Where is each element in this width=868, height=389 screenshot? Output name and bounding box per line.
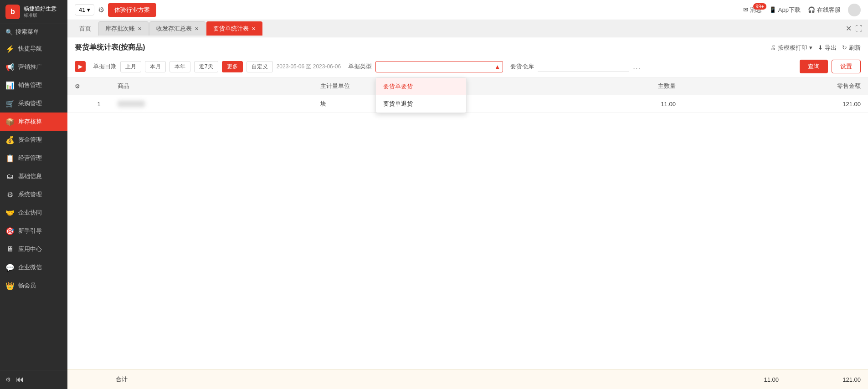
action-buttons: 查询 设置 <box>800 60 861 73</box>
type-filter-group: 单据类型 ▲ 要货单要货 要货单退货 <box>348 61 503 72</box>
sidebar-item-system[interactable]: ⚙ 系统管理 <box>0 185 67 204</box>
app-download-label: App下载 <box>778 6 801 14</box>
tab-close-receipt-summary[interactable]: ✕ <box>195 26 199 32</box>
basic-icon: 🗂 <box>5 172 15 181</box>
sidebar-item-beginner[interactable]: 🎯 新手引导 <box>0 222 67 240</box>
print-chevron-icon: ▾ <box>809 44 812 51</box>
membership-icon: 👑 <box>5 281 15 290</box>
summary-amount: 121.00 <box>815 376 861 383</box>
date-filter-label: 单据日期 <box>93 62 117 71</box>
column-quantity: 主数量 <box>527 77 683 95</box>
sidebar-bottom: ⚙ ⏮ <box>0 370 67 389</box>
sidebar-nav: ⚡ 快捷导航 📢 营销推广 📊 销售管理 🛒 采购管理 📦 库存核算 💰 资金管… <box>0 40 67 370</box>
marketing-icon: 📢 <box>5 62 15 72</box>
more-date-button[interactable]: 更多 <box>222 61 243 72</box>
settings-icon[interactable]: ⚙ <box>5 376 11 383</box>
sidebar-item-finance[interactable]: 💰 资金管理 <box>0 131 67 149</box>
sidebar-item-membership[interactable]: 👑 畅会员 <box>0 276 67 295</box>
dropdown-item-order-goods[interactable]: 要货单要货 <box>376 78 466 95</box>
page-header: 要货单统计表(按商品) 🖨 按模板打印 ▾ ⬇ 导出 ↻ 刷新 <box>67 37 868 56</box>
message-badge: 99+ <box>753 3 766 10</box>
export-button[interactable]: ⬇ 导出 <box>818 44 837 52</box>
refresh-button[interactable]: ↻ 刷新 <box>842 44 861 52</box>
custom-date-button[interactable]: 自定义 <box>247 61 273 72</box>
app-subtitle: 标准版 <box>24 12 56 18</box>
app-title: 畅捷通好生意 <box>24 5 56 13</box>
settings-button[interactable]: 设置 <box>832 60 861 73</box>
sidebar-item-inventory[interactable]: 📦 库存核算 <box>0 113 67 131</box>
company-select[interactable]: 41 ▾ <box>75 4 94 15</box>
close-all-icon[interactable]: ✕ <box>846 24 852 33</box>
chevron-down-icon: ▾ <box>87 6 90 13</box>
tab-order-stats[interactable]: 要货单统计表 ✕ <box>206 21 262 36</box>
sidebar-item-basic[interactable]: 🗂 基础信息 <box>0 167 67 185</box>
goods-blurred <box>118 101 145 107</box>
print-button[interactable]: 🖨 按模板打印 ▾ <box>770 44 812 52</box>
sidebar-item-purchase[interactable]: 🛒 采购管理 <box>0 94 67 113</box>
row-index: 1 <box>87 95 110 113</box>
online-service-button[interactable]: 🎧 在线客服 <box>808 6 841 14</box>
tab-close-order-stats[interactable]: ✕ <box>252 26 256 32</box>
system-icon: ⚙ <box>5 190 15 199</box>
tabbar: 首页 库存批次账 ✕ 收发存汇总表 ✕ 要货单统计表 ✕ ✕ ⛶ <box>67 20 868 37</box>
headset-icon: 🎧 <box>808 6 815 13</box>
warehouse-filter-input[interactable] <box>538 61 629 72</box>
sidebar-item-marketing[interactable]: 📢 营销推广 <box>0 58 67 76</box>
table-container: ⚙ 商品 主计量单位 主数量 零售金额 1 <box>67 77 868 369</box>
this-year-button[interactable]: 本年 <box>169 61 190 72</box>
sidebar-collapse-button[interactable]: ⏮ <box>15 375 24 384</box>
finance-icon: 💰 <box>5 135 15 144</box>
tab-receipt-summary[interactable]: 收发存汇总表 ✕ <box>149 21 205 36</box>
message-button[interactable]: ✉ 消息 99+ <box>743 6 762 14</box>
summary-quantity: 11.00 <box>742 376 779 383</box>
trial-button[interactable]: 体验行业方案 <box>108 3 156 17</box>
sidebar-item-sales[interactable]: 📊 销售管理 <box>0 76 67 94</box>
sidebar-item-operation[interactable]: 📋 经营管理 <box>0 149 67 167</box>
data-table: ⚙ 商品 主计量单位 主数量 零售金额 1 <box>67 77 868 113</box>
sidebar-search[interactable]: 🔍 搜索菜单 <box>0 24 67 40</box>
column-index <box>87 77 110 95</box>
row-amount: 121.00 <box>683 95 868 113</box>
page-title: 要货单统计表(按商品) <box>75 43 145 52</box>
filter-bar: ▶ 单据日期 上月 本月 本年 近7天 更多 自定义 2023-05-06 至 … <box>67 56 868 77</box>
query-button[interactable]: 查询 <box>800 60 828 73</box>
topbar-gear-icon[interactable]: ⚙ <box>98 5 104 14</box>
table-body: 1 块 11.00 121.00 <box>67 95 868 113</box>
warehouse-filter-label: 要货仓库 <box>510 62 534 71</box>
table-header: ⚙ 商品 主计量单位 主数量 零售金额 <box>67 77 868 95</box>
search-icon: 🔍 <box>5 29 13 36</box>
date-filter-group: 单据日期 上月 本月 本年 近7天 更多 自定义 2023-05-06 至 20… <box>93 61 341 72</box>
topbar-right: ✉ 消息 99+ 📱 App下载 🎧 在线客服 <box>743 4 861 16</box>
expand-icon[interactable]: ⛶ <box>855 25 863 33</box>
warehouse-more-icon[interactable]: … <box>632 62 641 72</box>
logo-icon: b <box>5 5 20 19</box>
dropdown-item-order-return[interactable]: 要货单退货 <box>376 95 466 113</box>
sidebar-item-enterprise[interactable]: 🤝 企业协同 <box>0 204 67 222</box>
tab-inventory-batch[interactable]: 库存批次账 ✕ <box>98 21 149 36</box>
summary-label: 合计 <box>116 375 207 384</box>
user-avatar[interactable] <box>848 4 861 16</box>
row-quantity: 11.00 <box>527 95 683 113</box>
tab-close-inventory-batch[interactable]: ✕ <box>138 26 142 32</box>
sales-icon: 📊 <box>5 81 15 90</box>
topbar: 41 ▾ ⚙ 体验行业方案 ✉ 消息 99+ 📱 App下载 🎧 在线客服 <box>67 0 868 20</box>
sidebar-item-wechat[interactable]: 💬 企业微信 <box>0 258 67 276</box>
warehouse-filter-group: 要货仓库 … <box>510 61 641 72</box>
column-goods: 商品 <box>110 77 313 95</box>
type-dropdown-menu: 要货单要货 要货单退货 <box>375 77 467 113</box>
summary-row: 合计 11.00 121.00 <box>67 369 868 389</box>
recent7-button[interactable]: 近7天 <box>194 61 218 72</box>
type-filter-label: 单据类型 <box>348 62 372 71</box>
this-month-button[interactable]: 本月 <box>145 61 166 72</box>
prev-month-button[interactable]: 上月 <box>120 61 141 72</box>
sidebar-item-app-center[interactable]: 🖥 应用中心 <box>0 240 67 258</box>
sidebar: b 畅捷通好生意 标准版 🔍 搜索菜单 ⚡ 快捷导航 📢 营销推广 📊 销售管理… <box>0 0 67 389</box>
company-value: 41 <box>79 6 85 13</box>
sidebar-item-quick-nav[interactable]: ⚡ 快捷导航 <box>0 40 67 58</box>
tab-home[interactable]: 首页 <box>73 22 98 36</box>
app-download-button[interactable]: 📱 App下载 <box>769 6 801 14</box>
column-gear[interactable]: ⚙ <box>67 77 87 95</box>
type-filter-input[interactable] <box>375 61 503 72</box>
inventory-icon: 📦 <box>5 117 15 126</box>
filter-toggle-button[interactable]: ▶ <box>75 61 86 72</box>
